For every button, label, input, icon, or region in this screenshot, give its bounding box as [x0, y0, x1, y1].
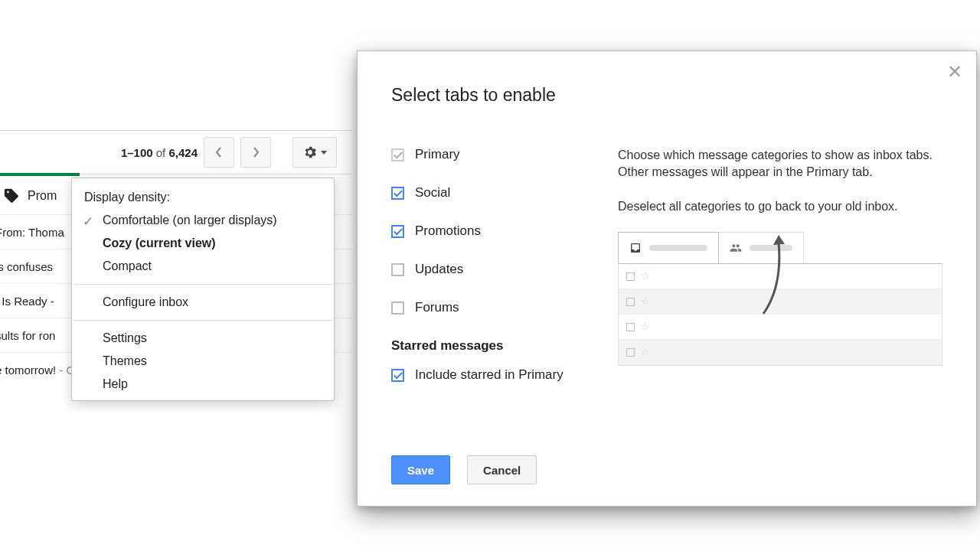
- starred-header: Starred messages: [391, 338, 567, 354]
- category-checkbox-social[interactable]: Social: [391, 185, 567, 201]
- settings-gear-button[interactable]: [292, 137, 337, 168]
- info-text-2: Deselect all categories to go back to yo…: [618, 198, 942, 215]
- menu-item[interactable]: Compact: [72, 255, 334, 278]
- menu-item[interactable]: Cozy (current view): [72, 232, 334, 255]
- menu-header: Display density:: [72, 187, 334, 209]
- checkbox-icon: [391, 225, 404, 238]
- message-text: sults for ron: [0, 329, 55, 342]
- checkbox-icon: [391, 302, 404, 315]
- menu-separator: [74, 320, 332, 321]
- checkbox-icon: [391, 148, 404, 161]
- pagination-count: 1–100 of 6,424: [121, 146, 198, 159]
- save-button[interactable]: Save: [391, 455, 450, 484]
- checkbox-label: Promotions: [415, 223, 481, 239]
- people-icon: [730, 242, 742, 254]
- category-checkbox-primary: Primary: [391, 147, 567, 162]
- dialog-options: PrimarySocialPromotionsUpdatesForums Sta…: [391, 147, 567, 406]
- preview-row: ☆: [619, 315, 942, 340]
- include-starred-checkbox[interactable]: Include starred in Primary: [391, 367, 567, 383]
- placeholder-bar: [649, 245, 707, 251]
- checkbox-icon: [391, 187, 404, 200]
- menu-item[interactable]: Settings: [72, 327, 334, 350]
- preview-tab-social: [719, 232, 804, 264]
- tab-label: Prom: [28, 189, 57, 203]
- chevron-left-icon: [215, 146, 223, 158]
- star-outline-icon: ☆: [641, 345, 650, 359]
- configure-inbox-dialog: ✕ Select tabs to enable PrimarySocialPro…: [357, 51, 977, 507]
- close-button[interactable]: ✕: [944, 62, 965, 83]
- menu-item[interactable]: Comfortable (on larger displays): [72, 209, 334, 232]
- close-icon: ✕: [947, 61, 962, 82]
- inbox-preview: ☆ ☆ ☆ ☆: [618, 232, 942, 366]
- category-checkbox-promotions[interactable]: Promotions: [391, 223, 567, 239]
- preview-rows: ☆ ☆ ☆ ☆: [618, 263, 942, 366]
- gear-icon: [302, 145, 318, 160]
- inbox-toolbar: 1–100 of 6,424: [0, 130, 352, 174]
- message-text: From: Thoma: [0, 226, 64, 239]
- chevron-right-icon: [252, 146, 260, 158]
- checkbox-label: Primary: [415, 147, 460, 162]
- inbox-icon: [629, 242, 642, 254]
- preview-tab-primary: [618, 232, 719, 263]
- cancel-button[interactable]: Cancel: [467, 455, 537, 484]
- preview-row: ☆: [619, 289, 942, 315]
- settings-menu: Display density: Comfortable (on larger …: [71, 178, 335, 401]
- dialog-info: Choose which message categories to show …: [618, 147, 942, 406]
- info-text-1: Choose which message categories to show …: [618, 147, 942, 181]
- caret-down-icon: [321, 151, 327, 155]
- tag-icon: [3, 187, 20, 204]
- prev-page-button[interactable]: [204, 137, 234, 168]
- checkbox-outline-icon: [626, 323, 635, 331]
- dialog-title: Select tabs to enable: [391, 85, 976, 106]
- menu-item[interactable]: Configure inbox: [72, 291, 334, 314]
- category-checkbox-forums[interactable]: Forums: [391, 300, 567, 315]
- preview-row: ☆: [619, 340, 942, 365]
- placeholder-bar: [750, 245, 792, 251]
- star-outline-icon: ☆: [641, 320, 650, 334]
- menu-item[interactable]: Themes: [72, 350, 334, 373]
- message-text: t Is Ready -: [0, 295, 54, 308]
- checkbox-icon: [391, 263, 404, 276]
- checkbox-outline-icon: [626, 272, 635, 281]
- message-text: is confuses: [0, 260, 53, 273]
- checkbox-outline-icon: [626, 298, 635, 306]
- menu-item[interactable]: Help: [72, 373, 334, 396]
- tab-promotions[interactable]: Prom: [0, 173, 80, 216]
- category-checkbox-updates[interactable]: Updates: [391, 262, 567, 277]
- menu-separator: [74, 284, 332, 285]
- checkbox-label: Social: [415, 185, 450, 201]
- checkbox-label: Include starred in Primary: [415, 367, 564, 383]
- checkbox-label: Forums: [415, 300, 459, 315]
- checkbox-outline-icon: [626, 348, 635, 357]
- checkbox-label: Updates: [415, 262, 463, 277]
- next-page-button[interactable]: [240, 137, 271, 168]
- preview-row: ☆: [619, 264, 942, 289]
- checkbox-icon: [391, 369, 404, 382]
- star-outline-icon: ☆: [641, 295, 650, 308]
- dialog-footer: Save Cancel: [391, 455, 537, 484]
- star-outline-icon: ☆: [641, 269, 650, 283]
- preview-tabs: [618, 232, 942, 264]
